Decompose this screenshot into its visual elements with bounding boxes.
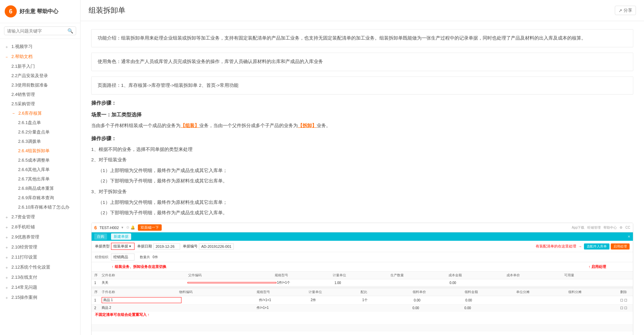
mock-type-select[interactable]: 组装单据 ▾ bbox=[111, 243, 135, 250]
mock-num-value[interactable]: AD-20191226-001 bbox=[199, 243, 234, 249]
sidebar-item-ops[interactable]: ＋ 2.10经营管理 bbox=[0, 242, 80, 252]
role-text: 使用角色：通常由生产人员或库管人员完成拆装业务的操作，库管人员确认原材料的出库和… bbox=[98, 59, 323, 64]
sidebar-item-mobile[interactable]: ＋ 2.8手机旺铺 bbox=[0, 222, 80, 232]
mock-th2-seq: 序 bbox=[94, 290, 101, 294]
mock-td2-pick-price2: 0.00 bbox=[413, 306, 464, 310]
sidebar-item-cost-adjust[interactable]: 2.6.5成本调整单 bbox=[13, 156, 80, 165]
sidebar-sub-inventory: 2.6.1盘点单 2.6.2分量盘点单 2.6.3调拨单 2.6.4组装拆卸单 … bbox=[0, 118, 80, 212]
sidebar-item-video-learning[interactable]: ＋ 1.视频学习 bbox=[0, 42, 80, 52]
mock-td2-seq1: 1 bbox=[94, 298, 101, 302]
sidebar-item-payment[interactable]: ＋ 2.13在线支付 bbox=[0, 272, 80, 282]
sidebar-item-coupon[interactable]: ＋ 2.9优惠券管理 bbox=[0, 232, 80, 242]
sidebar-item-partial-stocktake[interactable]: 2.6.2分量盘点单 bbox=[13, 127, 80, 137]
mock-th-cost-amt: 成本金额 bbox=[448, 273, 506, 278]
screenshot-area: 6 TEST-H002 ▾ ⚙ 🔔 双面磁一下 App下载 旺铺管理 帮助中心 … bbox=[91, 223, 633, 335]
sidebar-item-personalize[interactable]: ＋ 2.12系统个性化设置 bbox=[0, 262, 80, 272]
sidebar-item-other-out[interactable]: 2.6.7其他出库单 bbox=[13, 174, 80, 184]
mock-th2-child-name: 子件名称 bbox=[102, 290, 178, 294]
sidebar-item-ledger-error[interactable]: 2.6.10库存账本错了怎么办 bbox=[13, 203, 80, 212]
mock-td2-spec1: 件/+1+1 bbox=[259, 298, 310, 302]
search-input[interactable] bbox=[7, 29, 67, 34]
mock-annotation-table2: 不固定清单可在组合处置重写入 ↑ bbox=[92, 312, 633, 318]
role-block: 使用角色：通常由生产人员或库管人员完成拆装业务的操作，库管人员确认原材料的出库和… bbox=[91, 53, 633, 71]
mock-annotation-spacer bbox=[92, 262, 633, 272]
mock-annotation-apply: ↑ 启用处理 bbox=[588, 264, 606, 269]
mock-arrow-up: ↑ bbox=[148, 313, 150, 317]
path-block: 页面路径：1、库存核算->库存管理->组装拆卸单 2、首页->常用功能 bbox=[91, 76, 633, 95]
mock-td-parent-name1: 关关 bbox=[102, 280, 187, 285]
mock-th-cost-price: 成本单价 bbox=[506, 273, 564, 278]
sidebar-sub-help-docs: 2.1新手入门 2.2产品安装及登录 2.3使用前数据准备 2.4销售管理 2.… bbox=[0, 62, 80, 118]
logo-icon: 6 bbox=[5, 5, 17, 17]
plus-icon-print: ＋ bbox=[5, 255, 9, 260]
mock-td2-seq2: 2 bbox=[94, 306, 101, 310]
mock-middle-bar: 经营组织 经销商品 数量共 0件 ↑ 组装业务、拆卸业务在这里切换 ↑ 启用处理 bbox=[92, 252, 633, 262]
mock-td2-child1[interactable]: 商品 1 bbox=[102, 297, 181, 303]
logo-area: 6 好生意 帮助中心 bbox=[0, 0, 80, 23]
mock-logo: 6 bbox=[94, 225, 97, 230]
sidebar-item-sales[interactable]: 2.4销售管理 bbox=[7, 90, 80, 99]
mock-right-icons: App下载 旺铺管理 帮助中心 ⚙ CC bbox=[572, 225, 630, 230]
mock-annotation-table2-text: 不固定清单可在组合处置重写入 bbox=[95, 313, 147, 317]
mock-apply-btn[interactable]: 启用处理 bbox=[611, 243, 630, 249]
plus-icon-finance: ＋ bbox=[5, 215, 9, 219]
ops-step-title: 操作步骤： bbox=[91, 135, 633, 142]
mock-date-field: 单据日期 2019-12-26 bbox=[137, 243, 180, 249]
mock-top-bar: 6 TEST-H002 ▾ ⚙ 🔔 双面磁一下 App下载 旺铺管理 帮助中心 … bbox=[92, 223, 633, 232]
search-icon[interactable]: 🔍 bbox=[67, 28, 73, 34]
sidebar-item-assembly[interactable]: 2.6.4组装拆卸单 bbox=[13, 146, 80, 156]
sidebar-item-case[interactable]: ＋ 2.15操作案例 bbox=[0, 292, 80, 302]
mock-app-id: TEST-H002 bbox=[100, 226, 119, 230]
sidebar-item-cost-recalc[interactable]: 2.6.8商品成本重算 bbox=[13, 184, 80, 193]
mock-select-btn[interactable]: 选配件入库单 bbox=[584, 243, 609, 249]
mock-td2-pick-amt1: 0.00 bbox=[466, 298, 517, 302]
mock-th2-unit-share: 单位分摊 bbox=[516, 290, 568, 294]
plus-icon-mobile: ＋ bbox=[5, 225, 9, 229]
sidebar-item-data-prep[interactable]: 2.3使用前数据准备 bbox=[7, 80, 80, 90]
mock-th2-spec: 规格型号 bbox=[257, 290, 308, 294]
mock-num-label: 单据编号 bbox=[183, 244, 198, 249]
share-button[interactable]: ↗ 分享 bbox=[615, 6, 636, 15]
sidebar-item-faq[interactable]: ＋ 2.14常见问题 bbox=[0, 282, 80, 292]
mock-annotation-top: 有装配清单的在这里处理 → 选配件入库单 启用处理 bbox=[536, 243, 630, 249]
mock-date-value[interactable]: 2019-12-26 bbox=[153, 243, 180, 249]
mock-td2-unit1: 2件 bbox=[311, 298, 362, 302]
sidebar-item-install[interactable]: 2.2产品安装及登录 bbox=[7, 71, 80, 80]
mock-tab-self[interactable]: 自购 bbox=[94, 233, 107, 240]
plus-icon-ops: ＋ bbox=[5, 245, 9, 249]
mock-td2-pick-amt2: 0.00 bbox=[465, 306, 516, 310]
mock-org-label: 经营组织 bbox=[95, 255, 108, 260]
mock-td2-del1[interactable]: ☐ ☐ bbox=[620, 298, 630, 302]
mock-td2-del2[interactable]: ☐ ☐ bbox=[620, 306, 630, 310]
step-1: 1、根据不同的业务，选择不同单据的类型来处理 bbox=[91, 145, 633, 154]
sidebar-item-inventory[interactable]: － 2.6库存核算 bbox=[7, 109, 80, 118]
sidebar-item-other-in[interactable]: 2.6.6其他入库单 bbox=[13, 165, 80, 174]
sidebar-item-purchase[interactable]: 2.5采购管理 bbox=[7, 99, 80, 109]
mock-table1-header: 序 父件名称 父件编码 规格型号 计量单位 生产数量 成本金额 成本单价 可用量 bbox=[92, 272, 633, 279]
mock-td2-child2: 商品 2 bbox=[102, 305, 178, 310]
mock-annotation-text-top: 有装配清单的在这里处理 bbox=[536, 244, 576, 249]
search-box[interactable]: 🔍 bbox=[4, 26, 76, 35]
mock-org-input[interactable]: 经销商品 bbox=[111, 254, 135, 261]
mock-td-seq1: 1 bbox=[94, 281, 101, 285]
sidebar-item-stocktake[interactable]: 2.6.1盘点单 bbox=[13, 118, 80, 127]
mock-table2-row3 bbox=[92, 318, 633, 325]
mock-td-parent-code1[interactable] bbox=[187, 282, 276, 283]
mock-table2-header: 序 子件名称 物料编码 规格型号 计量单位 配比 领料单价 领料金额 单位分摊 … bbox=[92, 288, 633, 296]
sidebar-item-finance[interactable]: ＋ 2.7资金管理 bbox=[0, 212, 80, 222]
mock-tab-new[interactable]: 新建单据 bbox=[111, 233, 131, 240]
sidebar-item-help-docs[interactable]: － 2.帮助文档 bbox=[0, 52, 80, 62]
mock-type-field: 单据类型 组装单据 ▾ bbox=[95, 243, 135, 250]
plus-icon-payment: ＋ bbox=[5, 275, 9, 280]
disassembly-term: 【拆卸】 bbox=[298, 123, 317, 128]
sidebar-item-transfer[interactable]: 2.6.3调拨单 bbox=[13, 137, 80, 146]
top-header: 组装拆卸单 ↗ 分享 bbox=[80, 0, 644, 21]
mock-date-label: 单据日期 bbox=[137, 244, 152, 249]
sidebar-item-print[interactable]: ＋ 2.11打印设置 bbox=[0, 252, 80, 262]
mock-table2-row2: 2 商品 2 件/+1+1 0.00 0.00 ☐ ☐ bbox=[92, 304, 633, 312]
mock-td2-spec2: 件/+1+1 bbox=[257, 305, 308, 310]
sidebar-item-ledger-query[interactable]: 2.6.9库存账本查询 bbox=[13, 193, 80, 203]
step-3-1: （1）上部明细为父件明细，最终作为原材料生成其它出库单； bbox=[91, 198, 633, 207]
mock-tab-btn[interactable]: 双面磁一下 bbox=[138, 224, 162, 231]
sidebar-item-newuser[interactable]: 2.1新手入门 bbox=[7, 62, 80, 71]
